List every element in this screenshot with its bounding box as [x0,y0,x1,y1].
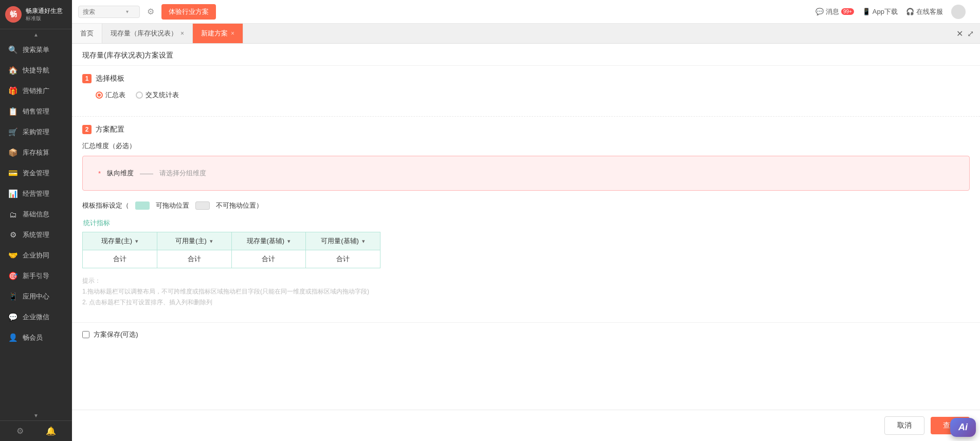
col1-chevron-icon[interactable]: ▾ [135,238,138,245]
sidebar-item-marketing[interactable]: 🎁 营销推广 [0,81,72,101]
sidebar-item-label: 基础信息 [23,210,49,219]
sidebar-bottom: ⚙ 🔔 [0,420,72,441]
dimension-area: * 纵向维度 —— 请选择分组维度 [82,156,970,191]
app-icon: 📱 [862,8,870,15]
sidebar-item-wechat[interactable]: 💬 企业微信 [0,307,72,327]
mobile-icon: 📱 [8,292,17,301]
dimension-required-mark: * [98,170,101,177]
settings-gear-icon[interactable]: ⚙ [147,7,154,16]
footer: 取消 查询 [72,410,980,441]
col2-label: 可用量(主) [175,236,207,246]
section-plan-config: 2 方案配置 汇总维度（必选） * 纵向维度 —— 请选择分组维度 模板指标设定… [72,125,980,322]
expand-icon[interactable]: ⤢ [967,29,974,39]
cancel-button[interactable]: 取消 [884,416,924,435]
tab-inventory-close-icon[interactable]: × [180,30,184,37]
tab-inventory-status[interactable]: 现存量（库存状况表） × [102,24,193,43]
sidebar-scroll-down[interactable]: ▼ [0,410,72,420]
logo-name: 畅康通好生意 [26,7,63,15]
app-download-button[interactable]: 📱 App下载 [862,7,898,16]
tab-new-plan-close-icon[interactable]: × [231,30,234,37]
search-box[interactable]: ▾ [78,6,140,18]
radio-summary-circle [96,91,103,99]
col2-header[interactable]: 可用量(主) ▾ [157,232,231,250]
sidebar-item-contract[interactable]: 🤝 企业协同 [0,245,72,266]
col4-header[interactable]: 可用量(基辅) ▾ [306,232,380,250]
user-avatar[interactable] [951,5,966,19]
dimension-row: * 纵向维度 —— 请选择分组维度 [98,169,954,178]
settings-icon[interactable]: ⚙ [16,426,24,436]
sidebar-item-label: 新手引导 [23,271,49,281]
step2-number: 2 [82,125,92,134]
sidebar-scroll-up[interactable]: ▲ [0,29,72,40]
tips-title: 提示： [82,277,970,285]
sidebar-item-label: 库存核算 [23,148,49,157]
sidebar-item-label: 采购管理 [23,127,49,137]
tips-item-2: 2. 点击标题栏下拉可设置排序、插入列和删除列 [82,298,970,307]
save-checkbox-label: 方案保存(可选) [94,330,138,339]
col3-header[interactable]: 现存量(基辅) ▾ [231,232,306,250]
sidebar-item-purchase[interactable]: 🛒 采购管理 [0,122,72,142]
sidebar-item-basic[interactable]: 🗂 基础信息 [0,204,72,225]
sidebar-item-finance[interactable]: 💳 资金管理 [0,163,72,183]
logo-sub: 标准版 [26,15,63,22]
sidebar-item-label: 企业协同 [23,251,49,260]
message-label: 消息 [826,7,839,16]
draggable-indicator-box [135,201,150,210]
draggable-indicator-label: 可拖动位置 [156,201,189,210]
col2-cell: 合计 [157,250,231,268]
home-icon: 🏠 [8,66,17,75]
col4-chevron-icon[interactable]: ▾ [362,238,365,245]
page-title: 现存量(库存状况表)方案设置 [72,44,980,66]
sidebar-item-search[interactable]: 🔍 搜索菜单 [0,40,72,60]
save-checkbox[interactable] [82,331,89,338]
sidebar-item-label: 系统管理 [23,230,49,240]
gift-icon: 🎁 [8,86,17,96]
template-indicator-prefix: 模板指标设定（ [82,201,129,210]
radio-cross[interactable]: 交叉统计表 [136,90,179,100]
sidebar-item-operations[interactable]: 📊 经营管理 [0,183,72,204]
col1-label: 现存量(主) [101,236,133,246]
sidebar-item-system[interactable]: ⚙ 系统管理 [0,225,72,245]
gear-icon: ⚙ [8,230,17,240]
sidebar-item-sales[interactable]: 📋 销售管理 [0,101,72,122]
dimension-field-name: 纵向维度 [107,169,134,178]
sidebar-item-member[interactable]: 👤 畅会员 [0,327,72,348]
sidebar: 畅 畅康通好生意 标准版 ▲ 🔍 搜索菜单 🏠 快捷导航 🎁 营销推广 📋 销售… [0,0,72,441]
close-panel-icon[interactable]: ✕ [956,29,963,39]
table-data-row: 合计 合计 合计 合计 [83,250,380,268]
col2-chevron-icon[interactable]: ▾ [210,238,213,245]
search-chevron-icon[interactable]: ▾ [126,9,129,14]
sidebar-item-inventory[interactable]: 📦 库存核算 [0,142,72,163]
ai-float-button[interactable]: Ai [950,418,976,437]
chat-icon: 💬 [8,313,17,322]
col1-header[interactable]: 现存量(主) ▾ [83,232,157,250]
sidebar-item-quicknav[interactable]: 🏠 快捷导航 [0,60,72,81]
trial-button[interactable]: 体验行业方案 [161,4,216,20]
radio-cross-label: 交叉统计表 [146,90,179,100]
tips-section: 提示： 1.拖动标题栏可以调整布局，不可跨维度或指标区域拖动栏目字段(只能在同一… [82,277,970,314]
sound-icon[interactable]: 🔔 [46,426,56,436]
message-button[interactable]: 💬 消息 99+ [815,7,854,16]
sidebar-item-label: 资金管理 [23,169,49,178]
sidebar-item-label: 销售管理 [23,107,49,116]
dimension-placeholder-text[interactable]: 请选择分组维度 [159,169,206,178]
sidebar-item-guide[interactable]: 🎯 新手引导 [0,266,72,286]
sidebar-logo: 畅 畅康通好生意 标准版 [0,0,72,29]
save-checkbox-row: 方案保存(可选) [72,322,980,346]
sidebar-nav: 🔍 搜索菜单 🏠 快捷导航 🎁 营销推广 📋 销售管理 🛒 采购管理 📦 库存核… [0,40,72,410]
step1-number: 1 [82,74,92,83]
online-service-button[interactable]: 🎧 在线客服 [906,7,943,16]
sidebar-item-apps[interactable]: 📱 应用中心 [0,286,72,307]
col3-chevron-icon[interactable]: ▾ [287,238,291,245]
box-icon: 📦 [8,148,17,157]
tab-home[interactable]: 首页 [72,24,102,43]
not-draggable-indicator-label: 不可拖动位置） [216,201,263,210]
dimension-field-label: 汇总维度（必选） [82,141,970,151]
tab-new-plan[interactable]: 新建方案 × [193,24,243,43]
col4-cell: 合计 [306,250,380,268]
search-input[interactable] [83,8,124,15]
tab-home-label: 首页 [80,29,94,38]
radio-summary[interactable]: 汇总表 [96,90,125,100]
step2-title: 方案配置 [96,125,124,134]
content-area: 现存量(库存状况表)方案设置 1 选择模板 汇总表 交叉统计表 [72,44,980,410]
